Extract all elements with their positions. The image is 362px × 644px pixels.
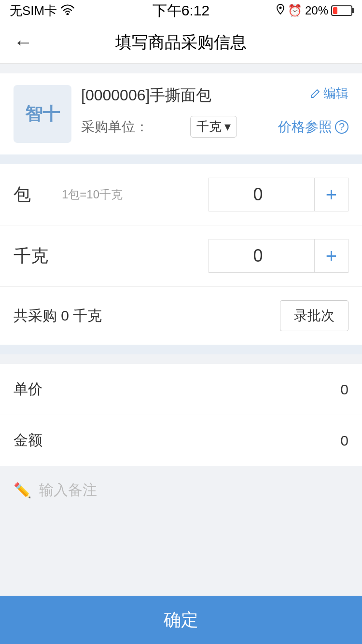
alarm-icon: ⏰ <box>288 4 302 17</box>
product-header: [0000006]手撕面包 编辑 <box>81 85 348 106</box>
batch-button[interactable]: 录批次 <box>280 300 348 331</box>
back-button[interactable]: ← <box>14 31 33 53</box>
status-time: 下午6:12 <box>153 1 209 21</box>
note-placeholder: 输入备注 <box>39 480 97 500</box>
quantity-label-kg: 千克 <box>14 244 52 268</box>
battery-icon <box>331 5 352 16</box>
summary-row: 共采购 0 千克 录批次 <box>0 287 362 345</box>
product-logo: 智十 <box>25 102 60 126</box>
quantity-row-kg: 千克 + <box>0 225 362 287</box>
price-section: 单价 0 金额 0 <box>0 364 362 466</box>
quantity-sublabel-bao: 1包=10千克 <box>62 187 199 202</box>
quantity-input-kg[interactable] <box>209 239 315 273</box>
quantity-input-group-kg: + <box>209 239 348 273</box>
unit-value: 千克 <box>196 118 222 135</box>
unit-select[interactable]: 千克 ▾ <box>190 116 237 138</box>
purchase-unit-row: 采购单位： 千克 ▾ 价格参照 ? <box>81 116 348 138</box>
edit-button[interactable]: 编辑 <box>310 85 348 102</box>
price-label-unit: 单价 <box>14 379 42 399</box>
nav-bar: ← 填写商品采购信息 <box>0 21 362 64</box>
status-bar: 无SIM卡 下午6:12 ⏰ 20% <box>0 0 362 21</box>
quantity-row-bao: 包 1包=10千克 + <box>0 164 362 225</box>
product-image: 智十 <box>14 85 71 143</box>
price-row-unit: 单价 0 <box>0 364 362 415</box>
pencil-icon: ✏️ <box>14 482 31 499</box>
dropdown-icon: ▾ <box>224 119 231 134</box>
section-divider-1 <box>0 154 362 164</box>
wifi-icon <box>61 3 74 18</box>
confirm-button[interactable]: 确定 <box>0 596 362 644</box>
price-ref-button[interactable]: 价格参照 ? <box>278 118 348 136</box>
svg-point-0 <box>279 7 281 9</box>
location-icon <box>276 4 285 17</box>
carrier-text: 无SIM卡 <box>10 2 57 19</box>
quantity-plus-kg[interactable]: + <box>315 239 348 273</box>
purchase-unit-label: 采购单位： <box>81 118 149 136</box>
page-title: 填写商品采购信息 <box>115 31 247 54</box>
quantity-input-bao[interactable] <box>209 178 315 211</box>
quantity-input-group-bao: + <box>209 178 348 211</box>
note-section[interactable]: ✏️ 输入备注 <box>0 466 362 515</box>
price-value-unit: 0 <box>340 381 348 398</box>
product-info: [0000006]手撕面包 编辑 采购单位： 千克 ▾ 价格参照 ? <box>81 85 348 138</box>
summary-text: 共采购 0 千克 <box>14 306 102 326</box>
battery-percent: 20% <box>305 4 328 17</box>
quantity-label-bao: 包 <box>14 183 52 207</box>
product-card: 智十 [0000006]手撕面包 编辑 采购单位： 千克 ▾ 价格参照 ? <box>0 73 362 154</box>
section-divider-2 <box>0 345 362 354</box>
price-label-amount: 金额 <box>14 431 42 450</box>
quantity-section: 包 1包=10千克 + 千克 + <box>0 164 362 287</box>
price-row-amount: 金额 0 <box>0 415 362 466</box>
help-icon: ? <box>335 120 348 134</box>
quantity-plus-bao[interactable]: + <box>315 178 348 211</box>
price-value-amount: 0 <box>340 433 348 449</box>
status-right: ⏰ 20% <box>276 4 352 17</box>
product-name: [0000006]手撕面包 <box>81 85 211 106</box>
status-left: 无SIM卡 <box>10 2 74 19</box>
